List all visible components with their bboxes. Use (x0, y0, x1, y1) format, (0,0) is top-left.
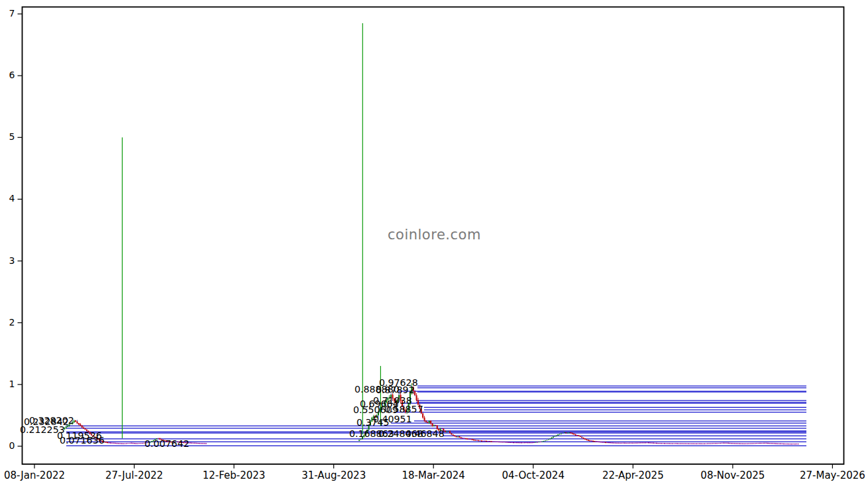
y-tick-label: 0 (9, 440, 15, 451)
y-tick-label: 4 (9, 193, 15, 204)
price-chart: 0.3282020.2328420.2122530.1195260.071636… (0, 0, 868, 488)
x-tick-label: 04-Oct-2024 (502, 469, 565, 481)
y-tick-label: 7 (9, 8, 15, 19)
price-annotation-label: 0.071636 (60, 435, 105, 446)
x-tick-label: 31-Aug-2023 (301, 469, 366, 481)
price-annotation-label: 0.007642 (144, 438, 190, 449)
y-tick-label: 3 (9, 255, 15, 266)
price-chart-canvas: coinlore.com 0.3282020.2328420.2122530.1… (0, 0, 868, 488)
x-tick-label: 12-Feb-2023 (203, 469, 266, 481)
y-tick-label: 2 (9, 317, 15, 328)
x-tick-label: 27-May-2026 (800, 469, 865, 481)
x-tick-label: 08-Jan-2022 (4, 469, 65, 481)
x-tick-label: 27-Jul-2022 (105, 469, 163, 481)
y-tick-label: 5 (9, 131, 15, 142)
price-annotation-label: 0.87892 (376, 385, 415, 395)
plot-border (23, 7, 844, 465)
x-tick-label: 22-Apr-2025 (602, 469, 664, 481)
x-tick-label: 08-Nov-2025 (700, 469, 765, 481)
price-annotation-label: 0.3745 (356, 417, 390, 428)
x-tick-label: 18-Mar-2024 (402, 469, 464, 481)
spike-lines-layer (122, 23, 380, 438)
y-tick-label: 6 (9, 70, 15, 80)
price-annotations-layer: 0.3282020.2328420.2122530.1195260.071636… (20, 377, 445, 449)
y-tick-label: 1 (9, 379, 15, 389)
price-annotation-label: 0.46848 (406, 428, 445, 439)
